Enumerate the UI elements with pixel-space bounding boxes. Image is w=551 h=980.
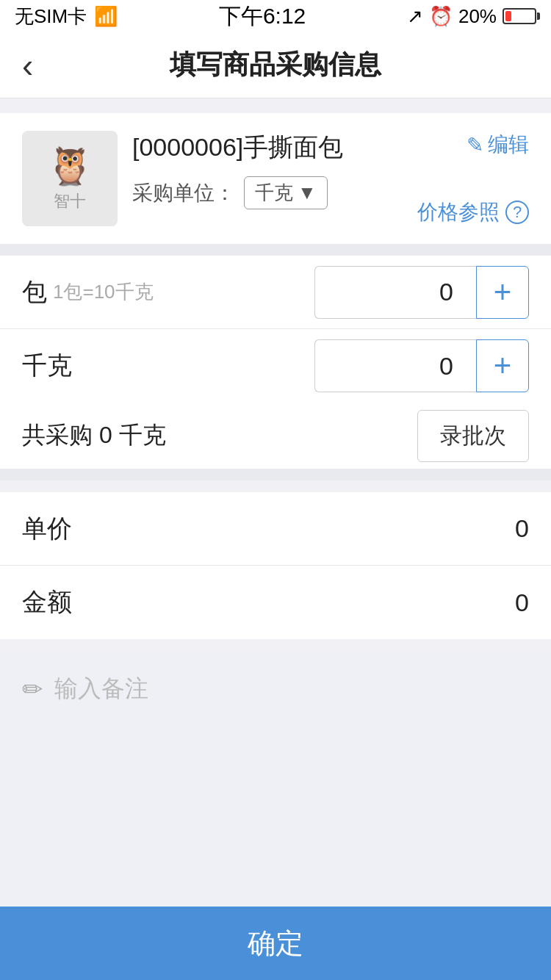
bao-plus-button[interactable]: + <box>476 266 529 319</box>
kg-qty-wrap: + <box>314 339 529 392</box>
status-right: ↗ ⏰ 20% <box>407 5 536 28</box>
page-title: 填写商品采购信息 <box>170 47 381 83</box>
bao-input-row: 包 1包=10千克 + <box>0 256 551 329</box>
wifi-icon: 📶 <box>94 5 118 28</box>
remark-section[interactable]: ✏ 输入备注 <box>0 651 551 727</box>
product-thumb-icon: 🦉 <box>47 145 93 187</box>
pencil-icon: ✏ <box>22 674 43 704</box>
summary-unit: 千克 <box>119 422 166 448</box>
record-batch-button[interactable]: 录批次 <box>417 410 529 462</box>
back-button[interactable]: ‹ <box>22 48 33 82</box>
alarm-icon: ⏰ <box>429 5 453 28</box>
status-bar: 无SIM卡 📶 下午6:12 ↗ ⏰ 20% <box>0 0 551 32</box>
purchase-unit-label: 采购单位： <box>132 179 235 207</box>
battery-icon <box>503 8 536 24</box>
product-thumb-text: 智十 <box>54 190 86 212</box>
bao-qty-input[interactable] <box>314 266 476 319</box>
carrier-label: 无SIM卡 <box>15 4 87 29</box>
amount-value: 0 <box>515 588 529 617</box>
kg-label: 千克 <box>22 349 72 383</box>
unit-badge[interactable]: 千克 ▼ <box>244 176 328 209</box>
bao-sublabel: 1包=10千克 <box>53 279 154 305</box>
confirm-button[interactable]: 确定 <box>0 907 551 980</box>
edit-label: 编辑 <box>488 131 529 159</box>
price-reference-button[interactable]: 价格参照 ? <box>417 198 529 226</box>
summary-text: 共采购 0 千克 <box>22 419 166 452</box>
remark-placeholder: 输入备注 <box>54 673 148 705</box>
summary-amount: 0 <box>99 422 119 448</box>
summary-prefix: 共采购 <box>22 422 93 448</box>
unit-price-value: 0 <box>515 514 529 543</box>
help-icon: ? <box>505 201 529 224</box>
nav-bar: ‹ 填写商品采购信息 <box>0 32 551 98</box>
amount-row: 金额 0 <box>0 566 551 639</box>
section-divider-2 <box>0 469 551 480</box>
section-divider-1 <box>0 244 551 256</box>
unit-price-label: 单价 <box>22 512 72 546</box>
product-card: 🦉 智十 [0000006]手撕面包 采购单位： 千克 ▼ ✎ 编辑 价格参照 … <box>0 113 551 244</box>
kg-qty-input[interactable] <box>314 339 476 392</box>
bao-qty-wrap: + <box>314 266 529 319</box>
edit-icon: ✎ <box>467 133 483 157</box>
kg-plus-button[interactable]: + <box>476 339 529 392</box>
dropdown-icon: ▼ <box>298 181 317 204</box>
status-time: 下午6:12 <box>219 1 306 32</box>
summary-row: 共采购 0 千克 录批次 <box>0 403 551 469</box>
location-icon: ↗ <box>407 5 423 28</box>
price-section: 单价 0 金额 0 <box>0 492 551 639</box>
unit-price-row: 单价 0 <box>0 492 551 566</box>
bao-label: 包 <box>22 275 47 309</box>
quantity-input-section: 包 1包=10千克 + 千克 + <box>0 256 551 403</box>
unit-text: 千克 <box>255 180 293 206</box>
status-left: 无SIM卡 📶 <box>15 4 118 29</box>
edit-button[interactable]: ✎ 编辑 <box>467 131 529 159</box>
battery-percent: 20% <box>458 5 497 28</box>
amount-label: 金额 <box>22 586 72 619</box>
kg-input-row: 千克 + <box>0 329 551 403</box>
product-thumbnail: 🦉 智十 <box>22 131 118 226</box>
price-ref-label: 价格参照 <box>417 198 500 226</box>
